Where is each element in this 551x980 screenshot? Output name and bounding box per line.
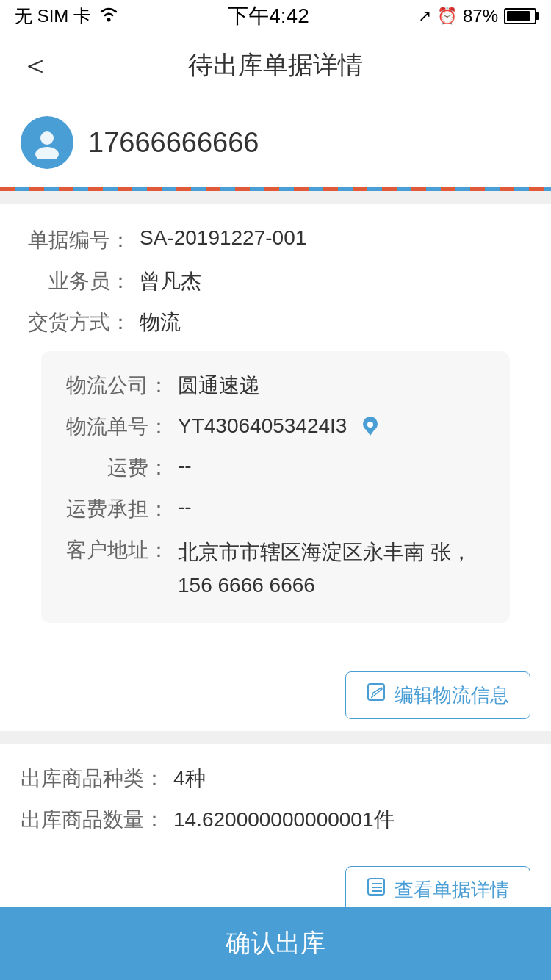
view-details-label: 查看单据详情 [395,877,509,903]
svg-point-1 [40,131,54,145]
freight-value: -- [178,454,492,478]
back-button[interactable]: ＜ [21,45,50,85]
battery-percent: 87% [463,6,498,26]
map-location-icon[interactable] [357,413,383,439]
logistics-tracking-label: 物流单号： [59,413,169,441]
order-number-label: 单据编号： [21,226,131,254]
freight-bearer-value: -- [178,495,492,519]
delivery-method-value: 物流 [140,309,530,336]
product-type-label: 出库商品种类： [21,765,165,793]
edit-logistics-container: 编辑物流信息 [0,660,551,731]
product-type-value: 4种 [173,765,530,793]
nav-bar: ＜ 待出库单据详情 [0,32,551,98]
customer-header: 17666666666 [0,98,551,187]
freight-bearer-label: 运费承担： [59,495,169,523]
address-value: 北京市市辖区海淀区永丰南 张，156 6666 6666 [178,536,492,602]
address-label: 客户地址： [59,536,169,564]
carrier-label: 无 SIM 卡 [15,4,91,28]
order-number-row: 单据编号： SA-20191227-001 [21,226,530,254]
freight-bearer-row: 运费承担： -- [59,495,492,523]
svg-point-0 [107,18,111,22]
section-gap-2 [0,731,551,744]
address-row: 客户地址： 北京市市辖区海淀区永丰南 张，156 6666 6666 [59,536,492,602]
status-bar: 无 SIM 卡 下午4:42 ↗ ⏰ 87% [0,0,551,32]
product-type-row: 出库商品种类： 4种 [21,765,530,793]
section-gap-1 [0,191,551,204]
svg-point-2 [35,147,59,159]
logistics-company-value: 圆通速递 [178,372,492,400]
status-time: 下午4:42 [228,2,309,30]
delivery-method-label: 交货方式： [21,309,131,336]
freight-label: 运费： [59,454,169,482]
product-quantity-value: 14.620000000000001件 [173,806,530,834]
sales-person-value: 曾凡杰 [140,267,530,295]
stats-section: 出库商品种类： 4种 出库商品数量： 14.620000000000001件 [0,744,551,854]
svg-rect-6 [368,684,384,700]
logistics-tracking-row: 物流单号： YT43064053424I3 [59,413,492,441]
confirm-label: 确认出库 [226,926,325,960]
list-icon [367,877,387,903]
battery-icon [504,8,536,24]
order-number-value: SA-20191227-001 [140,226,530,250]
product-quantity-row: 出库商品数量： 14.620000000000001件 [21,806,530,834]
status-right: ↗ ⏰ 87% [418,6,536,26]
wifi-icon [98,6,119,26]
sales-person-label: 业务员： [21,267,131,295]
avatar [21,116,73,169]
logistics-card: 物流公司： 圆通速递 物流单号： YT43064053424I3 [41,351,510,623]
freight-row: 运费： -- [59,454,492,482]
location-status-icon: ↗ [418,7,431,26]
logistics-company-label: 物流公司： [59,372,169,400]
logistics-tracking-value: YT43064053424I3 [178,413,492,439]
page-title: 待出库单据详情 [188,48,363,82]
edit-icon [367,682,387,708]
status-left: 无 SIM 卡 [15,4,119,28]
customer-phone: 17666666666 [88,127,259,159]
edit-logistics-button[interactable]: 编辑物流信息 [345,671,530,719]
svg-point-5 [367,422,373,428]
confirm-button[interactable]: 确认出库 [0,907,551,980]
alarm-icon: ⏰ [437,7,457,26]
logistics-company-row: 物流公司： 圆通速递 [59,372,492,400]
order-info-section: 单据编号： SA-20191227-001 业务员： 曾凡杰 交货方式： 物流 … [0,204,551,660]
edit-logistics-label: 编辑物流信息 [395,682,509,708]
sales-person-row: 业务员： 曾凡杰 [21,267,530,295]
product-quantity-label: 出库商品数量： [21,806,165,834]
delivery-method-row: 交货方式： 物流 [21,309,530,336]
